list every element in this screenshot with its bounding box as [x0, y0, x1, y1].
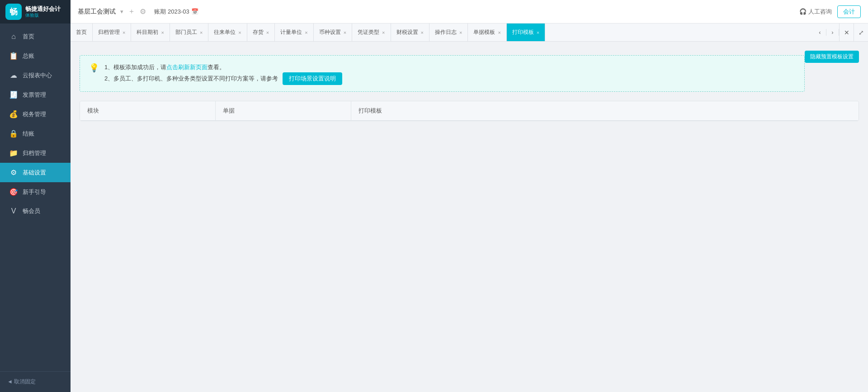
- tab-close-voucher[interactable]: ×: [382, 30, 385, 35]
- tab-close-taxsetting[interactable]: ×: [421, 30, 424, 35]
- top-bar: 基层工会测试 ▾ ＋ ⚙ 账期 2023-03 📅 🎧 人工咨询 会计: [71, 0, 868, 24]
- nav-icon-reports: ☁: [9, 71, 18, 80]
- tab-close-subject[interactable]: ×: [161, 30, 164, 35]
- tab-unit[interactable]: 计量单位×: [275, 24, 313, 41]
- tab-close-unit[interactable]: ×: [305, 30, 307, 35]
- top-bar-right: 🎧 人工咨询 会计: [799, 5, 861, 18]
- calendar-icon[interactable]: 📅: [191, 8, 198, 15]
- table-col-打印模板: 打印模板: [351, 101, 859, 120]
- tab-close-partner[interactable]: ×: [238, 30, 241, 35]
- tab-fullscreen-btn[interactable]: ⤢: [854, 24, 868, 41]
- tab-close-receipt[interactable]: ×: [498, 30, 500, 35]
- print-scene-btn[interactable]: 打印场景设置说明: [283, 72, 342, 85]
- tab-label-unit: 计量单位: [280, 28, 302, 36]
- sidebar-logo: 畅 畅捷通好会计 体验版: [0, 0, 71, 24]
- kuaiji-button[interactable]: 会计: [837, 5, 861, 18]
- logo-title: 畅捷通好会计: [25, 5, 61, 13]
- main-area: 基层工会测试 ▾ ＋ ⚙ 账期 2023-03 📅 🎧 人工咨询 会计 首页归档…: [71, 0, 868, 392]
- sidebar-item-guide[interactable]: 🎯新手引导: [0, 182, 71, 202]
- nav-label-settings: 基础设置: [23, 169, 46, 177]
- info-line-1: 1、模板添加成功后，请点击刷新新页面查看。: [104, 62, 795, 72]
- logo-text: 畅捷通好会计 体验版: [25, 5, 61, 18]
- company-title: 基层工会测试: [78, 8, 116, 16]
- nav-icon-archive: 📁: [9, 149, 18, 157]
- sidebar-item-archive[interactable]: 📁归档管理: [0, 143, 71, 163]
- logo-icon: 畅: [5, 4, 22, 20]
- sidebar-item-settings[interactable]: ⚙基础设置: [0, 163, 71, 182]
- table-col-单据: 单据: [216, 101, 351, 120]
- tab-inventory[interactable]: 存货×: [247, 24, 275, 41]
- tab-archive[interactable]: 归档管理×: [93, 24, 131, 41]
- add-tab-btn[interactable]: ＋: [128, 7, 135, 16]
- nav-label-tax: 税务管理: [23, 110, 46, 118]
- table-header: 模块单据打印模板: [80, 101, 859, 121]
- tab-label-currency: 币种设置: [319, 28, 341, 36]
- tab-voucher[interactable]: 凭证类型×: [352, 24, 391, 41]
- nav-icon-guide: 🎯: [9, 188, 18, 196]
- nav-label-guide: 新手引导: [23, 188, 46, 196]
- tab-label-oplog: 操作日志: [435, 28, 457, 36]
- tab-subject[interactable]: 科目期初×: [131, 24, 170, 41]
- nav-icon-home: ⌂: [9, 33, 18, 41]
- nav-label-reports: 云报表中心: [23, 71, 52, 80]
- hide-preview-btn[interactable]: 隐藏预置模板设置: [805, 51, 859, 63]
- tab-label-inventory: 存货: [253, 28, 264, 36]
- tab-close-oplog[interactable]: ×: [459, 30, 462, 35]
- period-value: 2023-03: [168, 8, 189, 15]
- sidebar-nav: ⌂首页📋总账☁云报表中心🧾发票管理💰税务管理🔒结账📁归档管理⚙基础设置🎯新手引导…: [0, 24, 71, 371]
- nav-label-close: 结账: [23, 130, 34, 138]
- info-line1-prefix: 1、模板添加成功后，请: [104, 64, 166, 71]
- tab-label-receipt: 单据模板: [473, 28, 495, 36]
- human-service-btn[interactable]: 🎧 人工咨询: [799, 8, 832, 16]
- tab-close-archive[interactable]: ×: [123, 30, 125, 35]
- settings-btn[interactable]: ⚙: [140, 7, 146, 16]
- nav-label-member: 畅会员: [23, 207, 40, 215]
- sidebar: 畅 畅捷通好会计 体验版 ⌂首页📋总账☁云报表中心🧾发票管理💰税务管理🔒结账📁归…: [0, 0, 71, 392]
- sidebar-item-member[interactable]: V畅会员: [0, 202, 71, 221]
- tab-receipt[interactable]: 单据模板×: [468, 24, 506, 41]
- tab-next-btn[interactable]: ›: [826, 29, 839, 36]
- tab-label-print: 打印模板: [512, 28, 534, 36]
- unpin-label: ◄ 取消固定: [7, 378, 36, 386]
- company-dropdown-arrow[interactable]: ▾: [120, 8, 123, 15]
- nav-icon-tax: 💰: [9, 110, 18, 118]
- nav-label-home: 首页: [23, 33, 34, 41]
- sidebar-item-invoice[interactable]: 🧾发票管理: [0, 85, 71, 104]
- table-col-模块: 模块: [80, 101, 216, 120]
- sidebar-item-close[interactable]: 🔒结账: [0, 124, 71, 143]
- tab-actions: ‹ › ✕ ⤢: [814, 24, 868, 41]
- sidebar-item-home[interactable]: ⌂首页: [0, 27, 71, 46]
- info-content: 1、模板添加成功后，请点击刷新新页面查看。 2、多员工、多打印机、多种业务类型设…: [104, 62, 795, 85]
- sidebar-footer[interactable]: ◄ 取消固定: [0, 371, 71, 392]
- tab-label-home: 首页: [76, 28, 87, 36]
- tab-label-archive: 归档管理: [98, 28, 120, 36]
- refresh-page-link[interactable]: 点击刷新新页面: [166, 64, 208, 71]
- tab-label-taxsetting: 财税设置: [396, 28, 418, 36]
- tab-close-currency[interactable]: ×: [344, 30, 346, 35]
- tab-oplog[interactable]: 操作日志×: [429, 24, 468, 41]
- tab-label-voucher: 凭证类型: [358, 28, 379, 36]
- tab-close-department[interactable]: ×: [200, 30, 203, 35]
- tab-department[interactable]: 部门员工×: [170, 24, 208, 41]
- info-line2-prefix: 2、多员工、多打印机、多种业务类型设置不同打印方案等，请参考: [104, 75, 278, 82]
- tab-label-subject: 科目期初: [137, 28, 158, 36]
- sidebar-item-tax[interactable]: 💰税务管理: [0, 104, 71, 124]
- nav-icon-invoice: 🧾: [9, 90, 18, 99]
- tab-currency[interactable]: 币种设置×: [314, 24, 352, 41]
- nav-label-invoice: 发票管理: [23, 91, 46, 99]
- period-label: 账期: [154, 8, 166, 16]
- headset-icon: 🎧: [799, 8, 807, 15]
- tab-close-all-btn[interactable]: ✕: [839, 24, 854, 41]
- nav-label-ledger: 总账: [23, 52, 34, 60]
- tab-print[interactable]: 打印模板×: [507, 24, 545, 41]
- sidebar-item-reports[interactable]: ☁云报表中心: [0, 66, 71, 85]
- info-box: 💡 1、模板添加成功后，请点击刷新新页面查看。 2、多员工、多打印机、多种业务类…: [80, 55, 805, 92]
- tab-prev-btn[interactable]: ‹: [814, 29, 826, 36]
- tab-close-print[interactable]: ×: [537, 30, 539, 35]
- period-display: 账期 2023-03 📅: [154, 8, 198, 16]
- tab-close-inventory[interactable]: ×: [266, 30, 269, 35]
- tab-home[interactable]: 首页: [71, 24, 93, 41]
- tab-taxsetting[interactable]: 财税设置×: [391, 24, 429, 41]
- sidebar-item-ledger[interactable]: 📋总账: [0, 46, 71, 66]
- tab-partner[interactable]: 往来单位×: [208, 24, 247, 41]
